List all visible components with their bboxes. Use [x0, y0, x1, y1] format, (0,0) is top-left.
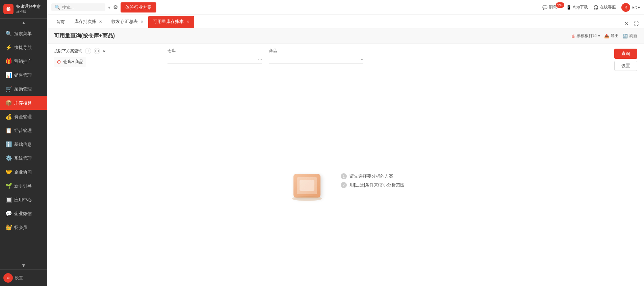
warehouse-input[interactable] — [168, 57, 257, 62]
message-badge: 99+ — [556, 2, 564, 8]
sidebar-scroll-down[interactable]: ▼ — [0, 261, 47, 269]
warehouse-input-container: ··· — [168, 55, 262, 63]
page-header: 可用量查询(按仓库+商品) 🖨 按模板打印 ▾ 📤 导出 🔄 刷新 — [47, 28, 644, 44]
topbar-app-download[interactable]: 📱 App下载 — [566, 4, 588, 10]
topbar-message[interactable]: 💬 消息 99+ — [542, 4, 561, 10]
product-more-icon[interactable]: ··· — [359, 56, 363, 62]
tabbar-expand-btn[interactable]: ⛶ — [633, 20, 640, 28]
member-icon: 👑 — [5, 224, 11, 231]
sidebar-item-quicknav[interactable]: ⚡ 快捷导航 — [0, 41, 47, 54]
sidebar-item-member[interactable]: 👑 畅会员 — [0, 220, 47, 234]
topbar-right: 💬 消息 99+ 📱 App下载 🎧 在线客服 R Rit ▾ — [542, 3, 640, 12]
topbar-search-input[interactable] — [62, 5, 96, 10]
add-scheme-icon[interactable]: + — [85, 48, 91, 54]
scheme-icon: ⊙ — [57, 59, 61, 65]
inventory-icon: 📦 — [5, 100, 11, 106]
system-icon: ⚙️ — [5, 155, 11, 161]
empty-step-2: 2 用[过滤]条件来缩小分析范围 — [341, 182, 405, 188]
tab-home[interactable]: 首页 — [51, 17, 70, 28]
topbar-search-box[interactable]: 🔍 — [51, 3, 105, 11]
sidebar-item-label: 资金管理 — [14, 114, 32, 120]
marketing-icon: 🎁 — [5, 58, 11, 64]
sidebar-item-enterprise[interactable]: 🤝 企业协同 — [0, 165, 47, 179]
sidebar-logo: 畅 — [3, 4, 14, 14]
content-area: 可用量查询(按仓库+商品) 🖨 按模板打印 ▾ 📤 导出 🔄 刷新 — [47, 28, 644, 286]
sidebar-item-label: 企业协同 — [14, 169, 32, 175]
sidebar-header: 畅 畅康通好生意 标准版 — [0, 0, 47, 19]
warehouse-field-label: 仓库 — [168, 48, 262, 54]
filter-warehouse-field: 仓库 ··· — [168, 48, 262, 63]
sidebar-item-marketing[interactable]: 🎁 营销推广 — [0, 54, 47, 68]
topbar-gear-icon[interactable]: ⚙ — [113, 4, 118, 10]
basic-icon: ℹ️ — [5, 141, 11, 148]
tab-summary[interactable]: 收发存汇总表 ✕ — [107, 16, 148, 28]
sidebar-scroll-up[interactable]: ▲ — [0, 19, 47, 27]
sidebar-item-label: 企业微信 — [14, 211, 32, 217]
sidebar-item-appcenter[interactable]: 🔲 应用中心 — [0, 193, 47, 207]
settings-scheme-icon[interactable]: ⚙ — [94, 48, 100, 54]
sidebar-item-operation[interactable]: 📋 经营管理 — [0, 124, 47, 137]
step-2-text: 用[过滤]条件来缩小分析范围 — [350, 182, 405, 188]
filter-scheme-label: 按以下方案查询 + ⚙ « — [54, 48, 156, 54]
tab-batch-close[interactable]: ✕ — [99, 20, 102, 24]
sidebar-item-sales[interactable]: 📊 销售管理 — [0, 68, 47, 82]
sidebar-item-search[interactable]: 🔍 搜索菜单 — [0, 27, 47, 41]
print-icon: 🖨 — [571, 34, 575, 38]
step-2-num: 2 — [341, 182, 347, 188]
search-icon: 🔍 — [5, 30, 11, 37]
sidebar-item-finance[interactable]: 💰 资金管理 — [0, 110, 47, 124]
operation-icon: 📋 — [5, 127, 11, 134]
filter-left: 按以下方案查询 + ⚙ « ⊙ 仓库+商品 — [54, 48, 162, 67]
query-btn[interactable]: 查询 — [614, 49, 637, 59]
industry-btn[interactable]: 体验行业方案 — [121, 2, 156, 12]
main-area: 🔍 ▾ ⚙ 体验行业方案 💬 消息 99+ 📱 App下载 🎧 在线客服 R R… — [47, 0, 644, 286]
sidebar-item-label: 应用中心 — [14, 197, 32, 203]
print-btn[interactable]: 🖨 按模板打印 ▾ — [571, 33, 600, 39]
topbar-user[interactable]: R Rit ▾ — [621, 3, 640, 12]
sidebar-item-label: 搜索菜单 — [14, 31, 32, 37]
filter-actions: 查询 设置 — [614, 48, 637, 71]
sidebar-item-label: 采购管理 — [14, 86, 32, 92]
empty-illustration — [287, 160, 327, 201]
sidebar-item-wechat[interactable]: 💬 企业微信 — [0, 207, 47, 220]
tab-available-label: 可用量库存账本 — [153, 19, 184, 25]
newbie-icon: 🌱 — [5, 183, 11, 189]
appcenter-icon: 🔲 — [5, 197, 11, 203]
filter-settings-btn[interactable]: 设置 — [614, 61, 637, 71]
sidebar-item-purchase[interactable]: 🛒 采购管理 — [0, 82, 47, 96]
tab-available-close[interactable]: ✕ — [186, 20, 189, 24]
sidebar-item-inventory[interactable]: 📦 库存核算 — [0, 96, 47, 110]
sidebar-item-label: 营销推广 — [14, 58, 32, 64]
topbar-dropdown-icon[interactable]: ▾ — [108, 5, 110, 10]
tabbar-right: ✕ ⛶ — [623, 19, 640, 28]
export-btn[interactable]: 📤 导出 — [604, 33, 619, 39]
tab-home-label: 首页 — [56, 19, 65, 25]
sidebar-bottom-avatar: ⚙ — [3, 273, 13, 283]
topbar-online-service[interactable]: 🎧 在线客服 — [593, 4, 616, 10]
warehouse-more-icon[interactable]: ··· — [258, 56, 262, 62]
sidebar-nav: 🔍 搜索菜单 ⚡ 快捷导航 🎁 营销推广 📊 销售管理 🛒 采购管理 📦 库存核… — [0, 27, 47, 261]
sidebar-edition: 标准版 — [16, 9, 41, 14]
finance-icon: 💰 — [5, 113, 11, 120]
user-avatar: R — [621, 3, 630, 12]
sidebar-item-label: 畅会员 — [14, 225, 27, 231]
sidebar-bottom-label: 设置 — [15, 275, 23, 281]
print-dropdown-icon: ▾ — [598, 34, 600, 38]
collapse-scheme-icon[interactable]: « — [103, 48, 106, 54]
refresh-icon: 🔄 — [623, 34, 628, 38]
sidebar-item-basic[interactable]: ℹ️ 基础信息 — [0, 137, 47, 151]
filter-fields: 仓库 ··· 商品 ··· — [168, 48, 614, 63]
tabbar-close-btn[interactable]: ✕ — [623, 19, 630, 28]
sidebar-settings[interactable]: ⚙ 设置 — [0, 269, 47, 286]
tab-summary-close[interactable]: ✕ — [140, 20, 144, 24]
tab-batch[interactable]: 库存批次账 ✕ — [70, 16, 107, 28]
sales-icon: 📊 — [5, 72, 11, 78]
refresh-btn[interactable]: 🔄 刷新 — [623, 33, 637, 39]
tabbar: 首页 库存批次账 ✕ 收发存汇总表 ✕ 可用量库存账本 ✕ ✕ ⛶ — [47, 15, 644, 28]
sidebar-item-system[interactable]: ⚙️ 系统管理 — [0, 151, 47, 165]
scheme-item-warehouse-product[interactable]: ⊙ 仓库+商品 — [54, 57, 86, 67]
product-input[interactable] — [269, 57, 358, 62]
sidebar-item-newbie[interactable]: 🌱 新手引导 — [0, 179, 47, 193]
tab-available[interactable]: 可用量库存账本 ✕ — [148, 16, 194, 28]
online-service-label: 在线客服 — [600, 4, 616, 10]
